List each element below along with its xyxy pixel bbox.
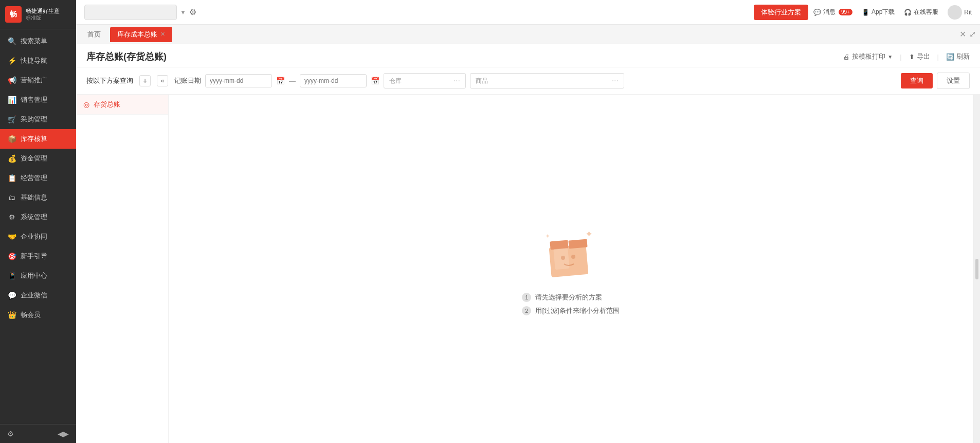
svg-rect-2 [568, 239, 587, 249]
topbar: ▼ ⚙ 体验行业方案 💬 消息 99+ 📱 App下载 🎧 在线客服 Rit [76, 0, 980, 25]
close-panel-icon[interactable]: ✕ [959, 29, 966, 39]
sidebar-item-basic-info[interactable]: 🗂 基础信息 [0, 188, 76, 207]
settings-icon[interactable]: ⚙ [189, 7, 196, 17]
sidebar-item-capital[interactable]: 💰 资金管理 [0, 149, 76, 168]
sidebar-item-search-menu[interactable]: 🔍 搜索菜单 [0, 31, 76, 51]
tab-inventory-cost-label: 库存成本总账 [117, 30, 157, 39]
search-menu-icon: 🔍 [7, 37, 16, 46]
tip-text-2: 用[过滤]条件来缩小分析范围 [535, 306, 619, 315]
sidebar-item-label: 基础信息 [21, 193, 47, 202]
online-service-btn[interactable]: 🎧 在线客服 [904, 8, 938, 16]
empty-content: ✦ ✦ 1 请先选择要分析的方案 2 用[过滤]条 [522, 223, 619, 315]
sidebar-item-wechat[interactable]: 💬 企业微信 [0, 286, 76, 305]
sidebar-item-label: 搜索菜单 [21, 37, 47, 46]
main-area: ▼ ⚙ 体验行业方案 💬 消息 99+ 📱 App下载 🎧 在线客服 Rit [76, 0, 980, 443]
sidebar-item-cooperation[interactable]: 🤝 企业协同 [0, 227, 76, 246]
export-icon: ⬆ [909, 53, 915, 61]
scheme-sidebar: ◎ 存货总账 [76, 95, 169, 443]
scheme-inventory-icon: ◎ [83, 100, 89, 109]
scheme-item-label: 存货总账 [94, 100, 120, 109]
filter-collapse-btn[interactable]: « [157, 75, 168, 86]
sidebar-item-label: 系统管理 [21, 212, 47, 222]
sidebar-item-member[interactable]: 👑 畅会员 [0, 305, 76, 325]
settings-footer-icon[interactable]: ⚙ [7, 430, 14, 438]
quick-nav-icon: ⚡ [7, 56, 16, 65]
tab-home-label: 首页 [87, 30, 101, 39]
sidebar-item-operations[interactable]: 📋 经营管理 [0, 168, 76, 188]
goods-select[interactable]: 商品 ··· [470, 73, 624, 88]
sidebar-item-guide[interactable]: 🎯 新手引导 [0, 246, 76, 266]
sidebar-item-inventory[interactable]: 📦 库存核算 [0, 129, 76, 149]
sidebar-item-app-center[interactable]: 📱 应用中心 [0, 266, 76, 286]
sidebar-logo: 畅 畅捷通好生意 标准版 [0, 0, 76, 29]
sidebar-item-label: 应用中心 [21, 271, 47, 280]
sidebar-footer: ⚙ ◀▶ [0, 424, 76, 443]
collapse-icon[interactable]: ◀▶ [58, 430, 69, 438]
query-btn[interactable]: 查询 [901, 73, 933, 88]
print-btn[interactable]: 🖨 按模板打印 ▼ [843, 52, 893, 61]
divider: | [900, 53, 901, 61]
wechat-icon: 💬 [7, 291, 16, 300]
filter-add-btn[interactable]: + [139, 75, 151, 86]
page-title: 库存总账(存货总账) [86, 50, 167, 63]
print-icon: 🖨 [843, 53, 850, 61]
sidebar-item-system[interactable]: ⚙ 系统管理 [0, 207, 76, 227]
guide-icon: 🎯 [7, 252, 16, 261]
message-btn[interactable]: 💬 消息 99+ [813, 8, 852, 16]
refresh-btn[interactable]: 🔄 刷新 [946, 52, 970, 61]
right-panel-handle [975, 259, 978, 279]
right-panel[interactable] [973, 95, 980, 443]
print-dropdown-icon[interactable]: ▼ [887, 54, 893, 60]
sidebar-item-label: 企业协同 [21, 232, 47, 241]
scheme-item-inventory-ledger[interactable]: ◎ 存货总账 [76, 95, 168, 115]
sidebar-item-sales[interactable]: 📊 销售管理 [0, 90, 76, 110]
tab-inventory-cost[interactable]: 库存成本总账 ✕ [110, 27, 172, 42]
calendar-start-icon[interactable]: 📅 [276, 77, 285, 85]
filter-bar: 按以下方案查询 + « 记账日期 📅 — 📅 仓库 ··· 商品 ··· 查询 … [76, 67, 980, 95]
user-profile[interactable]: Rit [948, 5, 972, 20]
tab-home[interactable]: 首页 [80, 27, 108, 42]
sidebar-item-label: 经营管理 [21, 173, 47, 183]
expand-icon[interactable]: ⤢ [969, 29, 976, 39]
basic-info-icon: 🗂 [7, 193, 16, 202]
sidebar-item-label: 销售管理 [21, 95, 47, 104]
warehouse-more-icon: ··· [453, 76, 460, 85]
app-download-btn[interactable]: 📱 App下载 [862, 8, 895, 16]
goods-more-icon: ··· [612, 76, 619, 85]
sidebar-item-label: 采购管理 [21, 115, 47, 124]
page-header: 库存总账(存货总账) 🖨 按模板打印 ▼ | ⬆ 导出 | 🔄 刷新 [76, 44, 980, 67]
date-end-input[interactable] [300, 74, 367, 87]
calendar-end-icon[interactable]: 📅 [371, 77, 379, 85]
svg-point-7 [571, 255, 575, 259]
operations-icon: 📋 [7, 173, 16, 183]
capital-icon: 💰 [7, 154, 16, 163]
sidebar-item-quick-nav[interactable]: ⚡ 快捷导航 [0, 51, 76, 70]
date-start-input[interactable] [205, 74, 272, 87]
empty-svg: ✦ ✦ [540, 223, 602, 285]
sidebar-item-marketing[interactable]: 📢 营销推广 [0, 70, 76, 90]
sidebar-item-purchase[interactable]: 🛒 采购管理 [0, 110, 76, 129]
empty-state: ✦ ✦ 1 请先选择要分析的方案 2 用[过滤]条 [169, 95, 973, 443]
warehouse-select[interactable]: 仓库 ··· [384, 73, 466, 88]
settings-btn[interactable]: 设置 [937, 73, 970, 89]
purchase-icon: 🛒 [7, 115, 16, 124]
message-label: 消息 [823, 8, 836, 16]
tab-close-icon[interactable]: ✕ [160, 31, 165, 37]
system-icon: ⚙ [7, 212, 16, 222]
logo-text: 畅捷通好生意 [26, 7, 60, 14]
topbar-search-area: ▼ ⚙ [84, 5, 749, 20]
sidebar-item-label: 企业微信 [21, 291, 47, 300]
goods-label: 商品 [476, 77, 488, 85]
content-area: ◎ 存货总账 [76, 95, 980, 443]
avatar [948, 5, 962, 20]
headset-icon: 🎧 [904, 9, 912, 16]
filter-label: 按以下方案查询 [86, 76, 133, 85]
export-btn[interactable]: ⬆ 导出 [909, 52, 930, 61]
app-download-label: App下载 [872, 8, 895, 16]
empty-tip-2: 2 用[过滤]条件来缩小分析范围 [522, 306, 619, 315]
topbar-search-input[interactable] [84, 5, 177, 20]
tip-num-2: 2 [522, 306, 531, 315]
search-dropdown-icon[interactable]: ▼ [180, 9, 186, 16]
trial-btn[interactable]: 体验行业方案 [754, 5, 808, 20]
date-field-label: 记账日期 [174, 76, 201, 85]
